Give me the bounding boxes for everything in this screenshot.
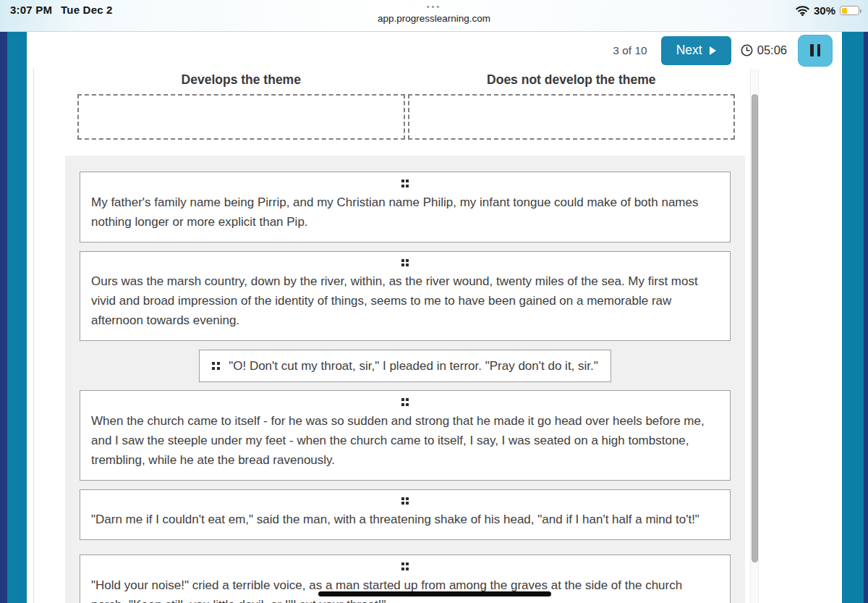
next-button[interactable]: Next — [661, 36, 731, 65]
scrollbar-thumb[interactable] — [752, 94, 758, 562]
answer-card-panel: My father's family name being Pirrip, an… — [65, 156, 745, 603]
pause-button[interactable] — [798, 35, 833, 67]
timer-value: 05:06 — [757, 43, 787, 57]
question-progress: 3 of 10 — [613, 44, 647, 57]
ipad-screen: 3:07 PM Tue Dec 2 ••• app.progresslearni… — [0, 0, 868, 603]
next-button-label: Next — [676, 43, 702, 58]
card-text: "O! Don't cut my throat, sir," I pleaded… — [229, 356, 598, 376]
card-text: My father's family name being Pirrip, an… — [91, 193, 719, 232]
wifi-icon — [796, 6, 809, 16]
status-right: 30% — [796, 4, 859, 17]
card-text: When the church came to itself - for he … — [91, 411, 719, 470]
draggable-card[interactable]: Ours was the marsh country, down by the … — [80, 251, 731, 342]
home-indicator[interactable] — [318, 591, 551, 596]
scrollbar-track[interactable] — [750, 69, 759, 603]
drag-handle-icon[interactable] — [401, 562, 409, 570]
timer: 05:06 — [741, 43, 787, 57]
content-left-divider — [33, 41, 34, 603]
draggable-card[interactable]: "Darn me if I couldn't eat em," said the… — [80, 489, 731, 541]
pause-icon — [810, 44, 814, 56]
drag-handle-icon[interactable] — [401, 259, 409, 267]
right-navy-strip — [864, 32, 868, 603]
draggable-card[interactable]: My father's family name being Pirrip, an… — [80, 172, 731, 243]
status-center[interactable]: ••• app.progresslearning.com — [0, 3, 868, 24]
quiz-toolbar: 3 of 10 Next 05:06 — [27, 32, 842, 69]
battery-fill — [842, 8, 848, 14]
draggable-card[interactable]: When the church came to itself - for he … — [80, 390, 731, 481]
battery-percent: 30% — [814, 4, 835, 17]
pause-icon — [817, 44, 821, 56]
narrow-card-row: "O! Don't cut my throat, sir," I pleaded… — [80, 350, 731, 382]
status-bar: 3:07 PM Tue Dec 2 ••• app.progresslearni… — [0, 0, 868, 32]
drag-handle-icon[interactable] — [212, 362, 220, 370]
card-text: Ours was the marsh country, down by the … — [91, 271, 719, 330]
address-bar-url[interactable]: app.progresslearning.com — [0, 13, 868, 24]
category-label-develops: Develops the theme — [77, 72, 405, 88]
card-text: "Darn me if I couldn't eat em," said the… — [91, 510, 719, 529]
tab-dots-icon[interactable]: ••• — [0, 3, 868, 10]
left-teal-strip — [7, 32, 27, 603]
draggable-card[interactable]: "O! Don't cut my throat, sir," I pleaded… — [199, 350, 611, 382]
drop-zone-does-not-develop[interactable] — [408, 94, 736, 140]
drag-handle-icon[interactable] — [401, 497, 409, 505]
left-navy-strip — [0, 32, 7, 603]
drop-zone-develops[interactable] — [77, 94, 405, 140]
drop-zones — [77, 94, 735, 140]
category-headers: Develops the theme Does not develop the … — [77, 72, 735, 88]
battery-icon — [840, 6, 859, 15]
category-label-does-not-develop: Does not develop the theme — [408, 72, 736, 88]
play-icon — [710, 46, 716, 55]
right-teal-strip — [842, 32, 864, 603]
drag-handle-icon[interactable] — [401, 180, 409, 187]
card-text: "Hold your noise!" cried a terrible voic… — [91, 575, 719, 603]
clock-icon — [741, 44, 753, 56]
drag-handle-icon[interactable] — [401, 398, 409, 406]
